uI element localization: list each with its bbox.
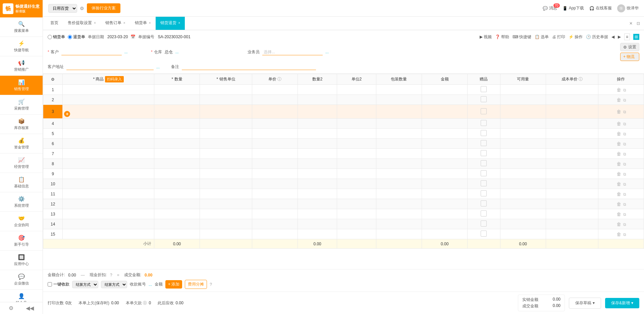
grid-view-btn[interactable]: ⊞: [633, 34, 639, 40]
gift-checkbox[interactable]: [481, 231, 487, 237]
expense-split-btn[interactable]: 费用分摊: [185, 280, 207, 289]
pkg-qty-cell[interactable]: [376, 169, 422, 179]
delete-row-btn[interactable]: 🗑: [616, 232, 621, 237]
product-cell[interactable]: [63, 85, 154, 95]
account-select-btn[interactable]: ...: [149, 282, 152, 287]
available-cell[interactable]: [500, 119, 546, 129]
amount-cell[interactable]: [422, 139, 468, 149]
delete-row-btn[interactable]: 🗑: [616, 109, 621, 114]
available-cell[interactable]: [500, 139, 546, 149]
product-cell[interactable]: [63, 199, 154, 209]
delete-row-btn[interactable]: 🗑: [616, 151, 621, 156]
qty-cell[interactable]: [154, 209, 200, 219]
amount-cell[interactable]: [422, 105, 468, 119]
cost-price-cell[interactable]: [546, 229, 598, 239]
gift-checkbox[interactable]: [481, 190, 487, 196]
unit2-cell[interactable]: [337, 159, 376, 169]
gift-checkbox[interactable]: [481, 130, 487, 136]
qty2-cell[interactable]: [298, 209, 337, 219]
price-cell[interactable]: [252, 199, 298, 209]
gift-cell[interactable]: [468, 149, 500, 159]
qty2-cell[interactable]: [298, 189, 337, 199]
unit2-cell[interactable]: [337, 119, 376, 129]
unit-cell[interactable]: [200, 139, 252, 149]
price-cell[interactable]: [252, 95, 298, 105]
copy-row-btn[interactable]: ⧉: [623, 172, 626, 177]
qty-cell[interactable]: [154, 229, 200, 239]
gift-checkbox[interactable]: [481, 180, 487, 186]
amount-cell[interactable]: [422, 209, 468, 219]
unit-cell[interactable]: [200, 95, 252, 105]
delete-row-btn[interactable]: 🗑: [616, 87, 621, 92]
product-cell[interactable]: [63, 219, 154, 229]
qty-cell[interactable]: [154, 85, 200, 95]
gift-cell[interactable]: [468, 105, 500, 119]
price-cell[interactable]: [252, 159, 298, 169]
add-row-btn[interactable]: +: [64, 111, 70, 117]
print-btn[interactable]: 🖨 打印: [552, 34, 565, 40]
unit2-cell[interactable]: [337, 85, 376, 95]
gift-checkbox[interactable]: [481, 221, 487, 227]
cost-price-cell[interactable]: [546, 85, 598, 95]
delete-row-btn[interactable]: 🗑: [616, 211, 621, 217]
amount-cell[interactable]: [422, 199, 468, 209]
select-order-btn[interactable]: 📋 选单: [535, 34, 549, 40]
price-cell[interactable]: [252, 229, 298, 239]
unit2-cell[interactable]: [337, 199, 376, 209]
delete-row-btn[interactable]: 🗑: [616, 161, 621, 167]
unit2-cell[interactable]: [337, 149, 376, 159]
unit2-cell[interactable]: [337, 179, 376, 189]
sidebar-item-shortcut[interactable]: ⚡ 快捷导航: [0, 37, 43, 56]
sidebar-item-newbie[interactable]: 🎯 新手引导: [0, 231, 43, 251]
online-service-btn[interactable]: 🎧 在线客服: [589, 5, 612, 11]
staff-select-btn[interactable]: ...: [325, 50, 329, 54]
gift-checkbox[interactable]: [481, 108, 487, 114]
product-input[interactable]: [88, 106, 128, 111]
unit-cell[interactable]: [200, 219, 252, 229]
copy-row-btn[interactable]: ⧉: [623, 212, 626, 217]
qty-cell[interactable]: [154, 95, 200, 105]
sidebar-item-appstore[interactable]: 🔲 应用中心: [0, 251, 43, 270]
gift-cell[interactable]: [468, 129, 500, 139]
delete-row-btn[interactable]: 🗑: [616, 121, 621, 126]
qty-cell[interactable]: [154, 139, 200, 149]
unit-cell[interactable]: [200, 129, 252, 139]
available-cell[interactable]: [500, 219, 546, 229]
copy-row-btn[interactable]: ⧉: [623, 152, 626, 156]
pkg-qty-cell[interactable]: [376, 105, 422, 119]
warehouse-select-btn[interactable]: ...: [175, 50, 179, 54]
sidebar-item-finance[interactable]: 💰 资金管理: [0, 134, 43, 153]
qty2-cell[interactable]: [298, 95, 337, 105]
add-logistics-btn[interactable]: + 物流: [620, 53, 639, 61]
gift-cell[interactable]: [468, 199, 500, 209]
topbar-gear-btn[interactable]: ⚙: [80, 6, 84, 11]
available-cell[interactable]: [500, 105, 546, 119]
delete-row-btn[interactable]: 🗑: [616, 201, 621, 207]
user-info[interactable]: 徐 徐泽华: [617, 4, 639, 12]
add-payment-btn[interactable]: + 添加: [165, 280, 182, 289]
available-cell[interactable]: [500, 149, 546, 159]
qty2-cell[interactable]: [298, 219, 337, 229]
pkg-qty-cell[interactable]: [376, 209, 422, 219]
address-select-btn[interactable]: ...: [156, 65, 160, 69]
discount-info-icon[interactable]: ?: [110, 273, 112, 277]
settings-gear-btn[interactable]: ⚙: [9, 305, 13, 311]
pkg-qty-cell[interactable]: [376, 149, 422, 159]
th-gear[interactable]: ⚙: [43, 74, 63, 85]
copy-row-btn[interactable]: ⧉: [623, 192, 626, 197]
cost-price-cell[interactable]: [546, 199, 598, 209]
unit-cell[interactable]: [200, 229, 252, 239]
qty-cell[interactable]: [154, 105, 200, 119]
form-settings-btn[interactable]: ⚙ 设置: [620, 43, 639, 51]
amount-cell[interactable]: [422, 119, 468, 129]
product-cell[interactable]: [63, 209, 154, 219]
price-cell[interactable]: [252, 149, 298, 159]
cost-price-cell[interactable]: [546, 179, 598, 189]
pkg-qty-cell[interactable]: [376, 179, 422, 189]
video-btn[interactable]: ▶ 视频: [480, 34, 492, 40]
tab-sales-bill[interactable]: 销货单 ×: [130, 17, 156, 30]
pkg-qty-cell[interactable]: [376, 119, 422, 129]
pkg-qty-cell[interactable]: [376, 219, 422, 229]
next-record-btn[interactable]: ▶: [618, 35, 621, 39]
unit-cell[interactable]: [200, 159, 252, 169]
